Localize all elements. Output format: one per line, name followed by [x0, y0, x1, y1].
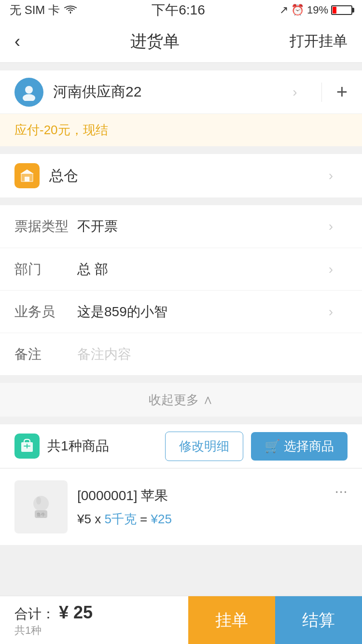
- battery-percent: 19%: [307, 4, 328, 16]
- bottom-spacer: [0, 545, 362, 593]
- total-section: 合计： ¥ 25 共1种: [0, 596, 188, 644]
- total-main: 合计： ¥ 25: [14, 602, 174, 623]
- remark-row[interactable]: 备注 备注内容: [0, 333, 362, 375]
- product-title: 苹果: [141, 488, 168, 503]
- salesperson-chevron-icon: ›: [329, 304, 333, 320]
- product-count: 共1种商品: [47, 437, 165, 455]
- divider: [321, 83, 322, 102]
- invoice-label: 票据类型: [14, 217, 77, 236]
- product-code: [0000001]: [77, 488, 138, 503]
- select-product-label: 选择商品: [284, 438, 334, 455]
- total-label: 合计：: [14, 605, 55, 623]
- product-icon: [14, 434, 40, 459]
- product-price: ¥5 x 5千克 = ¥25: [77, 511, 325, 528]
- price-equal: =: [140, 512, 151, 526]
- collapse-label: 收起更多 ∧: [149, 392, 213, 408]
- product-item: 鲁牛 [0000001] 苹果 ¥5 x 5千克 = ¥25 ···: [0, 469, 362, 545]
- warehouse-chevron-icon: ›: [329, 168, 333, 183]
- remark-label: 备注: [14, 345, 77, 364]
- product-header: 共1种商品 修改明细 🛒 选择商品: [0, 424, 362, 468]
- svg-rect-2: [25, 177, 29, 182]
- price-x: x: [95, 512, 104, 526]
- open-hang-button[interactable]: 打开挂单: [290, 31, 348, 51]
- status-bar: 无 SIM 卡 下午6:16 ↗ ⏰ 19%: [0, 0, 362, 20]
- salesperson-value: 这是859的小智: [77, 303, 329, 321]
- hang-button[interactable]: 挂单: [188, 596, 275, 644]
- svg-text:鲁牛: 鲁牛: [37, 512, 45, 517]
- warehouse-icon: [14, 163, 40, 188]
- nav-bar: ‹ 进货单 打开挂单: [0, 20, 362, 63]
- separator: [0, 417, 362, 424]
- product-thumbnail: 鲁牛: [14, 480, 68, 533]
- select-product-button[interactable]: 🛒 选择商品: [251, 432, 348, 461]
- battery-icon: [331, 5, 352, 15]
- department-value: 总 部: [77, 260, 329, 279]
- department-row[interactable]: 部门 总 部 ›: [0, 248, 362, 290]
- price-value: ¥5: [77, 512, 91, 526]
- checkout-button[interactable]: 结算: [275, 596, 362, 644]
- select-product-icon: 🛒: [265, 439, 280, 454]
- form-card: 票据类型 不开票 › 部门 总 部 › 业务员 这是859的小智 › 备注 备注…: [0, 205, 362, 375]
- svg-point-5: [33, 496, 49, 511]
- edit-detail-button[interactable]: 修改明细: [165, 432, 243, 461]
- warehouse-card: 总仓 ›: [0, 154, 362, 197]
- svg-point-6: [36, 497, 41, 504]
- supplier-avatar: [14, 78, 43, 107]
- alarm-icon: ⏰: [291, 4, 304, 16]
- product-name: [0000001] 苹果: [77, 487, 325, 505]
- department-label: 部门: [14, 260, 77, 279]
- more-button[interactable]: ···: [334, 482, 348, 500]
- status-right: ↗ ⏰ 19%: [279, 4, 352, 16]
- supplier-alert: 应付-20元，现结: [0, 114, 362, 146]
- invoice-row[interactable]: 票据类型 不开票 ›: [0, 205, 362, 248]
- total-sub: 共1种: [14, 623, 174, 638]
- status-left: 无 SIM 卡: [10, 2, 77, 18]
- wifi-icon: [64, 3, 77, 17]
- quantity-value: 5千克: [104, 512, 136, 526]
- main-content: 河南供应商22 › + 应付-20元，现结 总仓 › 票据类型 不开票 ›: [0, 70, 362, 593]
- collapse-row[interactable]: 收起更多 ∧: [0, 383, 362, 417]
- salesperson-row[interactable]: 业务员 这是859的小智 ›: [0, 290, 362, 333]
- total-value: ¥25: [151, 512, 172, 526]
- supplier-name: 河南供应商22: [53, 82, 292, 102]
- invoice-value: 不开票: [77, 217, 329, 236]
- total-amount: ¥ 25: [59, 602, 93, 623]
- warehouse-row[interactable]: 总仓 ›: [0, 154, 362, 197]
- remark-input[interactable]: 备注内容: [77, 345, 348, 364]
- product-info: [0000001] 苹果 ¥5 x 5千克 = ¥25: [77, 487, 325, 528]
- page-title: 进货单: [130, 30, 180, 53]
- svg-marker-3: [20, 169, 34, 174]
- location-icon: ↗: [279, 4, 288, 16]
- supplier-card: 河南供应商22 › + 应付-20元，现结: [0, 70, 362, 146]
- svg-point-0: [25, 86, 33, 94]
- bottom-bar: 合计： ¥ 25 共1种 挂单 结算: [0, 596, 362, 644]
- invoice-chevron-icon: ›: [329, 219, 333, 234]
- status-time: 下午6:16: [152, 1, 205, 19]
- supplier-row[interactable]: 河南供应商22 › +: [0, 70, 362, 114]
- department-chevron-icon: ›: [329, 262, 333, 277]
- svg-point-1: [23, 94, 35, 101]
- warehouse-name: 总仓: [49, 166, 329, 186]
- carrier-label: 无 SIM 卡: [10, 2, 60, 18]
- supplier-chevron-icon: ›: [292, 84, 297, 100]
- add-icon[interactable]: +: [336, 81, 348, 103]
- back-button[interactable]: ‹: [14, 31, 20, 52]
- salesperson-label: 业务员: [14, 303, 77, 321]
